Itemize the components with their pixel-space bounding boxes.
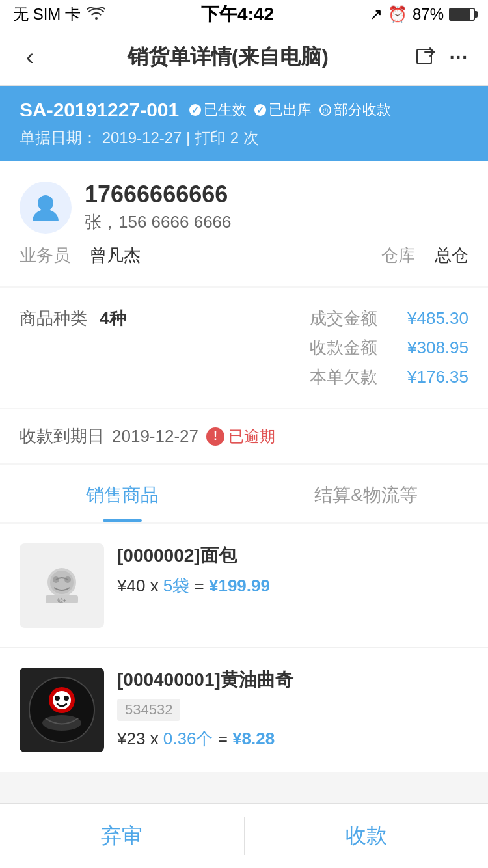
status-time: 下午4:42 <box>201 2 274 27</box>
pay-label: 收款金额 <box>310 336 377 359</box>
battery-icon <box>449 8 475 21</box>
badge-shipped: ✓ 已出库 <box>254 100 312 120</box>
info-row: 业务员 曾凡杰 仓库 总仓 <box>20 244 468 267</box>
svg-point-12 <box>55 696 60 701</box>
list-item: 鲸+ [0000002]面包 ¥40 x 5袋 = ¥199.99 <box>0 524 488 648</box>
overdue-badge: ! 已逾期 <box>206 426 275 447</box>
avatar <box>20 182 72 234</box>
customer-section: 17666666666 张，156 6666 6666 业务员 曾凡杰 仓库 总… <box>0 161 488 286</box>
product-price-2: ¥23 x 0.36个 = ¥8.28 <box>117 727 468 750</box>
nav-bar: ‹ 销货单详情(来自电脑) ··· <box>0 29 488 86</box>
due-label: 收款到期日 <box>20 425 104 448</box>
pay-row: 收款金额 ¥308.95 <box>310 336 468 359</box>
confirm-button[interactable]: 收款 <box>245 804 489 868</box>
product-thumb-2 <box>20 668 104 752</box>
overdue-label: 已逾期 <box>228 426 275 447</box>
sales-label: 业务员 <box>20 244 70 267</box>
product-price-1: ¥40 x 5袋 = ¥199.99 <box>117 575 468 597</box>
status-right: ↗ ⏰ 87% <box>370 5 475 23</box>
carrier-label: 无 SIM 卡 <box>13 4 81 25</box>
customer-info: 17666666666 张，156 6666 6666 <box>85 181 232 234</box>
sales-name: 曾凡杰 <box>90 244 141 267</box>
summary-left: 商品种类 4种 <box>20 307 126 388</box>
svg-text:鲸+: 鲸+ <box>57 597 66 604</box>
product-info-1: [0000002]面包 ¥40 x 5袋 = ¥199.99 <box>117 543 468 597</box>
banner-date: 单据日期： 2019-12-27 | 打印 2 次 <box>20 128 468 148</box>
tabs-row: 销售商品 结算&物流等 <box>0 465 488 522</box>
debt-amount: ¥176.35 <box>390 367 468 387</box>
warehouse-label: 仓库 <box>381 244 415 267</box>
summary-right: 成交金额 ¥485.30 收款金额 ¥308.95 本单欠款 ¥176.35 <box>310 307 468 388</box>
svg-point-13 <box>64 696 69 701</box>
warehouse-name: 总仓 <box>435 244 468 267</box>
deal-label: 成交金额 <box>310 307 377 330</box>
list-item: [000400001]黄油曲奇 534532 ¥23 x 0.36个 = ¥8.… <box>0 648 488 772</box>
pay-amount: ¥308.95 <box>390 338 468 358</box>
banner-top: SA-20191227-001 ✓ 已生效 ✓ 已出库 ◷ 部分收款 <box>20 99 468 121</box>
overdue-icon: ! <box>206 427 224 446</box>
tab-settlement[interactable]: 结算&物流等 <box>244 465 488 522</box>
alarm-icon: ⏰ <box>388 5 407 23</box>
customer-row: 17666666666 张，156 6666 6666 <box>20 181 468 234</box>
customer-id: 17666666666 <box>85 181 232 208</box>
badge-payment: ◷ 部分收款 <box>319 100 391 120</box>
wifi-icon <box>87 5 105 23</box>
debt-row: 本单欠款 ¥176.35 <box>310 366 468 388</box>
more-button[interactable]: ··· <box>450 47 468 68</box>
category-count: 4种 <box>100 308 126 328</box>
battery-label: 87% <box>413 5 444 23</box>
status-badges: ✓ 已生效 ✓ 已出库 ◷ 部分收款 <box>189 100 391 120</box>
product-sku-2: 534532 <box>117 699 180 721</box>
cancel-button[interactable]: 弃审 <box>0 804 244 868</box>
status-left: 无 SIM 卡 <box>13 4 105 25</box>
product-info-2: [000400001]黄油曲奇 534532 ¥23 x 0.36个 = ¥8.… <box>117 668 468 750</box>
product-name-2: [000400001]黄油曲奇 <box>117 668 468 692</box>
nav-actions: ··· <box>416 44 468 70</box>
check-icon-effective: ✓ <box>189 104 201 116</box>
badge-effective: ✓ 已生效 <box>189 100 247 120</box>
debt-label: 本单欠款 <box>310 366 377 388</box>
tabs-section: 销售商品 结算&物流等 <box>0 465 488 522</box>
tab-sales-products[interactable]: 销售商品 <box>0 465 244 522</box>
svg-point-1 <box>38 195 53 211</box>
deal-row: 成交金额 ¥485.30 <box>310 307 468 330</box>
bottom-bar: 弃审 收款 <box>0 803 488 868</box>
due-date: 2019-12-27 <box>112 426 198 446</box>
due-section: 收款到期日 2019-12-27 ! 已逾期 <box>0 409 488 463</box>
back-button[interactable]: ‹ <box>20 37 40 77</box>
product-thumb-1: 鲸+ <box>20 543 104 628</box>
location-icon: ↗ <box>370 5 383 23</box>
share-button[interactable] <box>416 44 437 70</box>
product-list: 鲸+ [0000002]面包 ¥40 x 5袋 = ¥199.99 <box>0 524 488 772</box>
summary-section: 商品种类 4种 成交金额 ¥485.30 收款金额 ¥308.95 本单欠款 ¥… <box>0 288 488 408</box>
page-title: 销货单详情(来自电脑) <box>128 43 329 72</box>
check-icon-shipped: ✓ <box>254 104 266 116</box>
header-banner: SA-20191227-001 ✓ 已生效 ✓ 已出库 ◷ 部分收款 单据日期：… <box>0 86 488 161</box>
status-bar: 无 SIM 卡 下午4:42 ↗ ⏰ 87% <box>0 0 488 29</box>
customer-name: 张，156 6666 6666 <box>85 211 232 234</box>
deal-amount: ¥485.30 <box>390 308 468 329</box>
product-name-1: [0000002]面包 <box>117 543 468 568</box>
clock-icon: ◷ <box>319 104 331 116</box>
svg-point-14 <box>42 715 81 731</box>
order-id: SA-20191227-001 <box>20 99 179 121</box>
